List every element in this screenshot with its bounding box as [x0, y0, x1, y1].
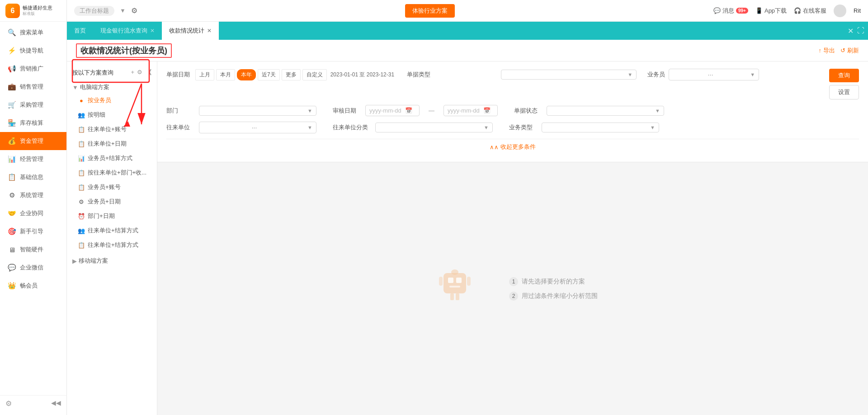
user-avatar[interactable]: [834, 5, 846, 17]
partner-more-btn[interactable]: ···: [252, 124, 257, 131]
scheme-item-partner-calc1[interactable]: 👥 往来单位+结算方式: [67, 223, 157, 238]
sidebar-item-corp-coop[interactable]: 🤝 企业协同: [0, 204, 66, 222]
scheme-item-partner-account[interactable]: 📋 往来单位+账号: [67, 122, 157, 137]
page-header-actions: ↑ 导出 ↺ 刷新: [819, 47, 859, 55]
sidebar-item-newcomer[interactable]: 🎯 新手引导: [0, 222, 66, 241]
partner-cat-select[interactable]: ▼: [375, 123, 493, 132]
sidebar-item-purchase[interactable]: 🛒 采购管理: [0, 96, 66, 114]
sidebar-nav: 🔍 搜索菜单 ⚡ 快捷导航 📢 营销推广 💼 销售管理 🛒 采购管理 🏪 库存核…: [0, 22, 66, 395]
biz-type-chevron-icon: ▼: [650, 125, 655, 130]
newcomer-icon: 🎯: [7, 227, 16, 236]
sidebar-item-operation[interactable]: 📊 经营管理: [0, 150, 66, 168]
vip-icon: 👑: [7, 281, 16, 290]
smarthw-icon: 🖥: [7, 245, 16, 254]
salesperson-select[interactable]: ··· ▼: [669, 69, 759, 80]
dept-select[interactable]: ▼: [199, 106, 316, 116]
doc-type-chevron-icon: ▼: [627, 72, 632, 77]
sidebar-item-basic-info[interactable]: 📋 基础信息: [0, 168, 66, 186]
sidebar-bottom: ⚙ ◀◀: [0, 395, 66, 415]
online-service-label: 在线客服: [803, 7, 826, 15]
partner-select[interactable]: ··· ▼: [199, 122, 316, 133]
sidebar-item-finance[interactable]: 💰 资金管理: [0, 132, 66, 150]
scheme-settings-btn[interactable]: ⚙: [137, 69, 142, 77]
doc-status-label: 单据状态: [514, 107, 539, 115]
scheme-item-salesperson-account[interactable]: 📋 业务员+账号: [67, 180, 157, 194]
tabbar-maximize-btn[interactable]: ⛶: [857, 27, 864, 35]
corpcoop-icon: 🤝: [7, 209, 16, 218]
sidebar-item-marketing[interactable]: 📢 营销推广: [0, 60, 66, 78]
tab-receipt-stats[interactable]: 收款情况统计 ✕: [162, 22, 219, 40]
sidebar-item-system[interactable]: ⚙ 系统管理: [0, 186, 66, 204]
sidebar-item-inventory[interactable]: 🏪 库存核算: [0, 114, 66, 132]
app-download-btn[interactable]: 📱 App下载: [755, 7, 787, 15]
svg-rect-4: [450, 293, 454, 300]
date-btn-more[interactable]: 更多: [282, 69, 301, 80]
tabbar-close-all-btn[interactable]: ✕: [848, 27, 854, 35]
date-btn-custom[interactable]: 自定义: [302, 69, 327, 80]
online-service-btn[interactable]: 🎧 在线客服: [794, 7, 826, 15]
biz-type-select[interactable]: ▼: [542, 123, 659, 132]
message-badge: 99+: [736, 8, 748, 14]
sidebar-item-search[interactable]: 🔍 搜索菜单: [0, 24, 66, 42]
doc-status-select[interactable]: ▼: [547, 106, 664, 116]
date-option-group: 上月 本月 本年 近7天 更多 自定义: [195, 69, 327, 80]
dept-chevron-icon: ▼: [307, 108, 312, 113]
date-btn-last7[interactable]: 近7天: [258, 69, 280, 80]
sidebar-item-smart-hw[interactable]: 🖥 智能硬件: [0, 241, 66, 259]
audit-date-from-value: yyyy-mm-dd: [369, 107, 401, 114]
scheme-item-partner-calc2[interactable]: 📋 往来单位+结算方式: [67, 238, 157, 252]
scheme-item-by-salesperson[interactable]: ● 按业务员: [67, 93, 157, 108]
sidebar-item-corp-wechat[interactable]: 💬 企业微信: [0, 259, 66, 277]
logo-icon: 6: [5, 4, 20, 18]
logo-badge: 标准版: [23, 11, 52, 17]
settings-btn[interactable]: 设置: [829, 85, 859, 99]
message-btn[interactable]: 💬 消息 99+: [713, 7, 748, 15]
sidebar-item-vip[interactable]: 👑 畅会员: [0, 277, 66, 295]
scheme-collapse-btn[interactable]: 《: [145, 69, 151, 77]
refresh-icon: ↺: [840, 47, 845, 54]
scheme-item-partner-date[interactable]: 📋 往来单位+日期: [67, 137, 157, 151]
audit-date-from-input[interactable]: yyyy-mm-dd 📅: [365, 105, 420, 116]
tabbar: 首页 现金银行流水查询 ✕ 收款情况统计 ✕ ✕ ⛶: [67, 22, 868, 40]
collapse-icon: ∧∧: [490, 144, 499, 151]
scheme-item-by-detail[interactable]: 👥 按明细: [67, 108, 157, 122]
export-btn[interactable]: ↑ 导出: [819, 47, 835, 55]
scheme-group-pc-title[interactable]: ▼ 电脑端方案: [67, 80, 157, 93]
sidebar-item-sales[interactable]: 💼 销售管理: [0, 78, 66, 96]
sidebar-item-quick-nav[interactable]: ⚡ 快捷导航: [0, 42, 66, 60]
scheme-item-partner-dept[interactable]: 📋 按往来单位+部门+收...: [67, 165, 157, 180]
scheme-group-mobile-title[interactable]: ▶ 移动端方案: [67, 254, 157, 267]
partner-date-label: 往来单位+日期: [88, 140, 127, 148]
svg-rect-0: [443, 273, 466, 293]
collapse-filter-btn[interactable]: ∧∧ 收起更多条件: [166, 139, 859, 155]
try-industry-btn[interactable]: 体验行业方案: [405, 4, 455, 18]
partner-calc1-icon: 👥: [78, 227, 85, 234]
partner-cat-chevron-icon: ▼: [484, 125, 489, 130]
svg-rect-3: [449, 286, 460, 288]
tip-text-2: 用过滤条件来缩小分析范围: [522, 292, 598, 300]
date-btn-this-year[interactable]: 本年: [237, 69, 256, 80]
scheme-item-salesperson-calc[interactable]: 📊 业务员+结算方式: [67, 151, 157, 165]
gear-btn[interactable]: ⚙: [131, 6, 137, 15]
scheme-add-btn[interactable]: +: [131, 69, 134, 77]
date-btn-this-month[interactable]: 本月: [216, 69, 235, 80]
tab-bank-flow-close[interactable]: ✕: [150, 28, 155, 34]
audit-date-to-value: yyyy-mm-dd: [448, 107, 480, 114]
doc-type-select[interactable]: ▼: [501, 70, 637, 80]
tab-bank-flow[interactable]: 现金银行流水查询 ✕: [93, 22, 162, 40]
sidebar-settings-btn[interactable]: ⚙: [5, 399, 12, 408]
scheme-item-salesperson-date[interactable]: ⚙ 业务员+日期: [67, 194, 157, 209]
action-btn-group: 查询 设置: [829, 69, 859, 99]
salesperson-more-btn[interactable]: ···: [708, 71, 713, 78]
query-btn[interactable]: 查询: [829, 69, 859, 82]
date-btn-last-month[interactable]: 上月: [195, 69, 214, 80]
audit-date-to-input[interactable]: yyyy-mm-dd 📅: [443, 105, 498, 116]
tab-receipt-stats-close[interactable]: ✕: [207, 28, 212, 34]
refresh-btn[interactable]: ↺ 刷新: [840, 47, 859, 55]
scheme-group-mobile: ▶ 移动端方案: [67, 254, 157, 267]
scheme-item-dept-date[interactable]: ⏰ 部门+日期: [67, 209, 157, 223]
biz-type-label: 业务类型: [509, 123, 534, 132]
sidebar-collapse-btn[interactable]: ◀◀: [51, 399, 61, 408]
date-separator: —: [427, 107, 436, 114]
tab-home[interactable]: 首页: [67, 22, 93, 40]
